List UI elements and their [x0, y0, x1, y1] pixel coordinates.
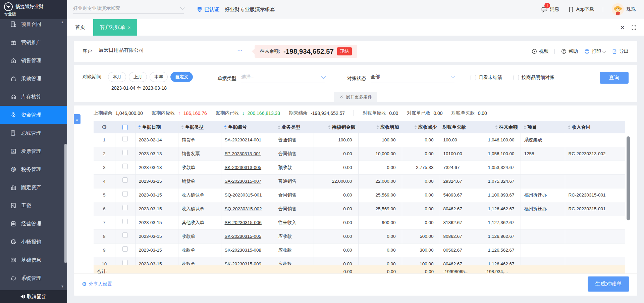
sidebar-item-base-info[interactable]: 基础信息 [0, 251, 67, 269]
doc-type-select[interactable]: 选择... [241, 74, 325, 83]
query-button[interactable]: 查询 [600, 72, 629, 84]
table-vertical-scrollbar[interactable] [627, 136, 630, 220]
period-custom[interactable]: 自定义 [170, 72, 193, 82]
period-this-year[interactable]: 本年 [150, 72, 168, 82]
period-this-month[interactable]: 本月 [108, 72, 126, 82]
expand-more-conditions[interactable]: 展开更多条件 [334, 92, 377, 102]
export-button[interactable]: 导出 [611, 48, 629, 54]
sidebar-item-payroll[interactable]: 工资 [0, 197, 67, 215]
doc-no-link[interactable]: SQ-20230315-002 [221, 202, 275, 216]
period-last-month[interactable]: 上月 [129, 72, 147, 82]
unpin-sidebar-button[interactable]: 取消固定 [0, 290, 67, 303]
sidebar-item-project-contract[interactable]: 项目合同 [0, 19, 67, 33]
sidebar-item-tax[interactable]: 税 税务管理 [0, 160, 67, 178]
sidebar-item-expense[interactable]: 小畅报销 [0, 233, 67, 251]
by-product-label: 按商品明细对账 [522, 75, 554, 81]
doc-no-link[interactable]: SK-20230315-008 [221, 244, 275, 257]
video-button[interactable]: 视频 [531, 48, 548, 54]
checkbox-icon[interactable] [514, 75, 519, 80]
help-button[interactable]: 帮助 [561, 48, 578, 54]
menu-scroll-down-icon[interactable]: ▼ [61, 285, 64, 288]
tab-customer-statement[interactable]: 客户对账单 × [93, 19, 137, 36]
sidebar-item-operations[interactable]: 经营管理 [0, 215, 67, 233]
col-increase[interactable]: 应收增加 [358, 121, 402, 133]
column-settings-gear-icon[interactable]: ⚙ [102, 124, 107, 131]
tab-home[interactable]: 首页 [67, 19, 93, 36]
date-range[interactable]: 2023-01-04 至 2023-03-18 [111, 85, 193, 91]
sort-icon[interactable] [524, 125, 526, 129]
col-contract[interactable]: 收入合同 [565, 121, 625, 133]
col-biz-type[interactable]: 业务类型 [275, 121, 314, 133]
sidebar-item-marketing[interactable]: 营销推广 [0, 33, 67, 51]
sidebar-item-purchase[interactable]: 采购管理 [0, 70, 67, 88]
doc-no-link[interactable]: SQ-20230315-001 [221, 188, 275, 202]
sidebar-item-funds[interactable]: 资金管理 [0, 106, 67, 124]
status-select[interactable]: 全部 [371, 74, 454, 83]
doc-no-link[interactable]: SK-20230315-009 [221, 257, 275, 265]
row-checkbox[interactable] [122, 136, 128, 141]
doc-no-link[interactable]: SA-20230315-007 [221, 175, 275, 188]
phone-icon [568, 6, 574, 13]
sidebar-item-fixed-assets[interactable]: 固定资产 [0, 178, 67, 197]
doc-no-link[interactable]: SA-20230214-001 [221, 133, 275, 147]
sidebar-item-invoices[interactable]: ¥ 发票管理 [0, 142, 67, 160]
sort-icon[interactable] [495, 125, 498, 129]
customer-select-field[interactable]: 辰宏日用品有限公司 ⋯ [99, 47, 243, 56]
close-icon[interactable]: ✕ [620, 25, 625, 31]
sidebar-item-system[interactable]: 系统管理 [0, 269, 67, 287]
row-checkbox[interactable] [122, 191, 128, 197]
tab-close-icon[interactable]: × [128, 25, 130, 30]
sort-icon[interactable] [328, 125, 331, 129]
col-decrease[interactable]: 应收减少 [402, 121, 440, 133]
account-set-dropdown[interactable]: 好业财专业版演示帐套 [73, 5, 184, 14]
divider [603, 7, 603, 12]
panel-expander-chip[interactable]: » [74, 114, 80, 124]
sort-icon[interactable] [138, 125, 141, 129]
col-doc-no[interactable]: 单据编号 [221, 121, 275, 133]
col-pending[interactable]: 待核销金额 [314, 121, 358, 133]
row-checkbox[interactable] [122, 164, 128, 169]
filter-unsettled-checkbox[interactable]: 只看未结清 [471, 75, 502, 81]
doc-no-link[interactable]: SK-20230313-005 [221, 161, 275, 174]
col-stmt-debt[interactable]: 对账单欠款 [440, 121, 482, 133]
user-menu[interactable]: 珠珠 [612, 3, 636, 15]
filter-by-product-checkbox[interactable]: 按商品明细对账 [514, 75, 554, 81]
chevron-down-icon[interactable] [602, 49, 606, 53]
sort-icon[interactable] [376, 125, 379, 129]
share-settings-button[interactable]: ⚙ 分享人设置 [82, 281, 112, 287]
sidebar-item-sales[interactable]: 销售管理 [0, 51, 67, 70]
row-checkbox[interactable] [122, 260, 128, 265]
col-doc-type[interactable]: 单据类型 [178, 121, 221, 133]
sort-icon[interactable] [568, 125, 571, 129]
sidebar-item-inventory[interactable]: 库存核算 [0, 88, 67, 106]
row-checkbox[interactable] [122, 150, 128, 155]
purchase-bag-icon [10, 75, 17, 82]
row-checkbox[interactable] [122, 246, 128, 252]
row-checkbox[interactable] [122, 205, 128, 210]
sort-icon[interactable] [181, 125, 184, 129]
doc-no-link[interactable]: FP-20230313-001 [221, 147, 275, 161]
col-project[interactable]: 项目 [521, 121, 565, 133]
col-doc-date[interactable]: 单据日期 [135, 121, 178, 133]
generate-statement-button[interactable]: 生成对账单 [588, 276, 629, 292]
more-options-icon[interactable]: ⋯ [237, 47, 243, 53]
sort-icon[interactable] [278, 125, 280, 129]
sidebar-item-general-ledger[interactable]: ¥ 总账管理 [0, 124, 67, 142]
messages-button[interactable]: 消息 1 [541, 6, 559, 13]
sort-icon[interactable] [414, 125, 417, 129]
doc-no-link[interactable]: SK-20230315-005 [221, 230, 275, 243]
row-checkbox[interactable] [122, 177, 128, 183]
shield-icon: 企 [197, 6, 203, 12]
app-download-button[interactable]: App下载 [568, 6, 594, 13]
menu-scroll-up-icon[interactable]: ▲ [61, 20, 64, 24]
row-checkbox[interactable] [122, 219, 128, 224]
sort-icon[interactable] [224, 125, 227, 129]
row-checkbox[interactable] [122, 232, 128, 238]
print-button[interactable]: 打印 [584, 48, 605, 54]
checkbox-icon[interactable] [471, 75, 476, 80]
doc-no-link[interactable]: SR-20230315-006 [221, 216, 275, 229]
select-all-checkbox[interactable] [122, 125, 128, 130]
fullscreen-icon[interactable] [631, 25, 637, 30]
col-balance[interactable]: 往来余额 [482, 121, 521, 133]
sidebar-scrollbar[interactable] [64, 144, 67, 263]
